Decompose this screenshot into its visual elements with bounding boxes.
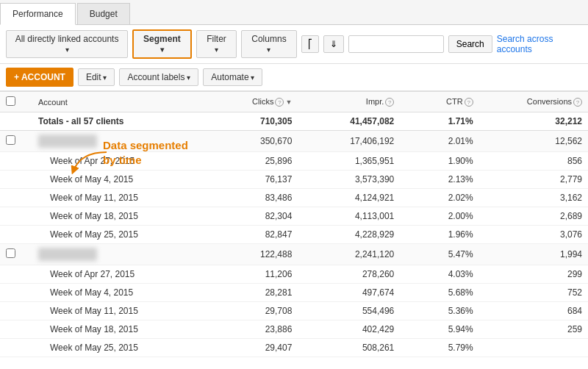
week-label-0-0: Week of Apr 27, 2015: [32, 152, 214, 171]
week-impr-1-0: 278,260: [298, 265, 400, 284]
week-clicks-0-4: 82,847: [214, 226, 298, 244]
week-row: Week of May 11, 2015 83,486 4,124,921 2.…: [0, 189, 588, 207]
week-impr-0-4: 4,228,929: [298, 226, 400, 244]
week-row: Week of Apr 27, 2015 11,206 278,260 4.03…: [0, 265, 588, 284]
totals-checkbox: [0, 112, 32, 131]
week-conversions-1-0: 299: [479, 265, 588, 284]
week-checkbox-col: [0, 302, 32, 320]
totals-impr: 41,457,082: [298, 112, 400, 131]
header-checkbox-col: [0, 92, 32, 112]
header-impr: Impr.?: [298, 92, 400, 112]
add-account-button[interactable]: ACCOUNT: [6, 68, 74, 87]
account-conversions-1: 1,994: [479, 244, 588, 265]
account-conversions-0: 12,562: [479, 131, 588, 152]
week-impr-0-2: 4,124,921: [298, 189, 400, 207]
week-clicks-1-1: 28,281: [214, 284, 298, 302]
week-row: Week of May 11, 2015 29,708 554,496 5.36…: [0, 302, 588, 320]
account-checkbox-col: [0, 131, 32, 152]
week-checkbox-col: [0, 189, 32, 207]
edit-dropdown[interactable]: Edit: [78, 68, 115, 86]
week-row: Week of May 18, 2015 82,304 4,113,001 2.…: [0, 207, 588, 226]
account-ctr-1: 5.47%: [400, 244, 478, 265]
account-impr-1: 2,241,120: [298, 244, 400, 265]
week-impr-1-3: 402,429: [298, 320, 400, 339]
week-checkbox-col: [0, 320, 32, 339]
accounts-dropdown[interactable]: All directly linked accounts: [6, 30, 128, 58]
chart-icon-btn[interactable]: ⎡: [301, 35, 319, 53]
week-label-0-1: Week of May 4, 2015: [32, 171, 214, 189]
clicks-help-icon[interactable]: ?: [275, 98, 284, 107]
search-button[interactable]: Search: [448, 35, 492, 53]
week-ctr-1-2: 5.36%: [400, 302, 478, 320]
impr-help-icon[interactable]: ?: [385, 98, 394, 107]
week-ctr-0-0: 1.90%: [400, 152, 478, 171]
search-across-link[interactable]: Search across accounts: [497, 34, 582, 54]
week-conversions-0-3: 2,689: [479, 207, 588, 226]
account-clicks-0: 350,670: [214, 131, 298, 152]
totals-conversions: 32,212: [479, 112, 588, 131]
week-impr-1-1: 497,674: [298, 284, 400, 302]
week-label-1-1: Week of May 4, 2015: [32, 284, 214, 302]
week-ctr-0-4: 1.96%: [400, 226, 478, 244]
week-label-0-2: Week of May 11, 2015: [32, 189, 214, 207]
totals-label: Totals - all 57 clients: [32, 112, 214, 131]
week-impr-1-4: 508,261: [298, 339, 400, 357]
columns-dropdown[interactable]: Columns: [241, 30, 296, 58]
account-row: 122,488 2,241,120 5.47% 1,994: [0, 244, 588, 265]
download-icon-btn[interactable]: ⇓: [323, 35, 344, 53]
data-table-wrapper: Account Clicks?▼ Impr.? CTR? Conversions…: [0, 91, 588, 357]
week-checkbox-col: [0, 226, 32, 244]
header-ctr: CTR?: [400, 92, 478, 112]
account-labels-dropdown[interactable]: Account labels: [119, 68, 198, 86]
account-row: 350,670 17,406,192 2.01% 12,562: [0, 131, 588, 152]
account-image: [38, 248, 97, 261]
week-row: Week of May 25, 2015 82,847 4,228,929 1.…: [0, 226, 588, 244]
week-clicks-0-1: 76,137: [214, 171, 298, 189]
tab-budget[interactable]: Budget: [77, 3, 130, 24]
ctr-help-icon[interactable]: ?: [465, 98, 473, 107]
account-checkbox-col: [0, 244, 32, 265]
account-name-1: [32, 244, 214, 265]
account-ctr-0: 2.01%: [400, 131, 478, 152]
week-row: Week of May 4, 2015 76,137 3,573,390 2.1…: [0, 171, 588, 189]
week-impr-0-3: 4,113,001: [298, 207, 400, 226]
automate-dropdown[interactable]: Automate: [203, 68, 262, 86]
table-header-row: Account Clicks?▼ Impr.? CTR? Conversions…: [0, 92, 588, 112]
week-checkbox-col: [0, 284, 32, 302]
week-checkbox-col: [0, 207, 32, 226]
week-row: Week of May 4, 2015 28,281 497,674 5.68%…: [0, 284, 588, 302]
clicks-sort-arrow[interactable]: ▼: [285, 98, 292, 106]
week-impr-1-2: 554,496: [298, 302, 400, 320]
week-impr-0-0: 1,365,951: [298, 152, 400, 171]
account-image: [38, 135, 97, 148]
select-all-checkbox[interactable]: [6, 96, 15, 106]
week-ctr-0-2: 2.02%: [400, 189, 478, 207]
toolbar-row2: ACCOUNT Edit Account labels Automate: [0, 64, 588, 91]
tab-performance[interactable]: Performance: [0, 3, 76, 25]
week-conversions-1-2: 684: [479, 302, 588, 320]
week-checkbox-col: [0, 152, 32, 171]
week-clicks-1-2: 29,708: [214, 302, 298, 320]
week-ctr-1-3: 5.94%: [400, 320, 478, 339]
account-name-0: [32, 131, 214, 152]
week-conversions-0-0: 856: [479, 152, 588, 171]
week-row: Week of May 18, 2015 23,886 402,429 5.94…: [0, 320, 588, 339]
account-checkbox-1[interactable]: [6, 248, 15, 258]
week-ctr-1-4: 5.79%: [400, 339, 478, 357]
segment-dropdown[interactable]: Segment: [132, 29, 192, 59]
week-impr-0-1: 3,573,390: [298, 171, 400, 189]
week-clicks-0-3: 82,304: [214, 207, 298, 226]
search-input[interactable]: [348, 35, 444, 53]
account-clicks-1: 122,488: [214, 244, 298, 265]
week-conversions-1-3: 259: [479, 320, 588, 339]
week-clicks-1-4: 29,407: [214, 339, 298, 357]
header-account: Account: [32, 92, 214, 112]
account-checkbox-0[interactable]: [6, 135, 15, 145]
week-ctr-0-1: 2.13%: [400, 171, 478, 189]
week-label-1-4: Week of May 25, 2015: [32, 339, 214, 357]
conversions-help-icon[interactable]: ?: [573, 98, 582, 107]
tabs-bar: Performance Budget: [0, 0, 588, 25]
week-conversions-0-4: 3,076: [479, 226, 588, 244]
week-clicks-0-2: 83,486: [214, 189, 298, 207]
filter-dropdown[interactable]: Filter: [196, 30, 237, 58]
